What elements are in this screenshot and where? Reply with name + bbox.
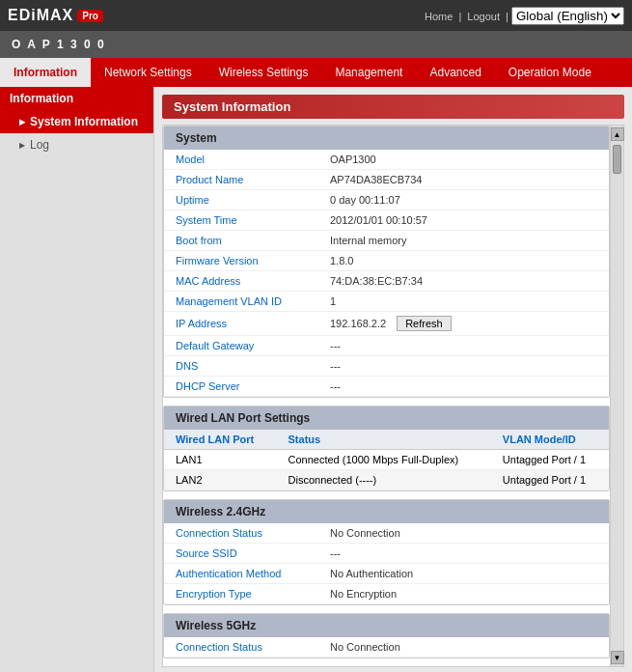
- field-value: Internal memory: [318, 231, 609, 251]
- table-header-row: Wired LAN Port Status VLAN Mode/ID: [164, 430, 609, 450]
- main-layout: Information System Information Log Syste…: [0, 87, 632, 672]
- logout-link[interactable]: Logout: [467, 11, 500, 22]
- scrollable-content: System Model OAP1300 Product Name AP74DA…: [162, 125, 624, 667]
- field-value: No Encryption: [318, 584, 609, 604]
- wired-lan-table: Wired LAN Port Status VLAN Mode/ID LAN1 …: [164, 430, 609, 490]
- wireless-24-section: Wireless 2.4GHz Connection Status No Con…: [163, 499, 610, 605]
- field-value: ---: [318, 356, 609, 377]
- field-label: DNS: [164, 356, 318, 377]
- table-row: Management VLAN ID 1: [164, 292, 609, 312]
- field-value: OAP1300: [318, 150, 609, 170]
- lan-port: LAN2: [164, 470, 277, 490]
- field-label: System Time: [164, 210, 318, 231]
- device-bar: O A P 1 3 0 0: [0, 31, 632, 58]
- scrollbar-thumb[interactable]: [613, 145, 621, 174]
- sidebar-item-system-information[interactable]: System Information: [0, 110, 153, 133]
- table-row: Connection Status No Connection: [164, 523, 609, 544]
- table-row: Authentication Method No Authentication: [164, 564, 609, 584]
- wireless-24-table: Connection Status No Connection Source S…: [164, 523, 609, 604]
- scrollbar[interactable]: ▲ ▼: [610, 126, 623, 666]
- field-value: ---: [318, 377, 609, 397]
- wireless-5-section: Wireless 5GHz Connection Status No Conne…: [163, 613, 610, 658]
- nav-item-wireless-settings[interactable]: Wireless Settings: [206, 58, 322, 87]
- table-row: System Time 2012/01/01 00:10:57: [164, 210, 609, 231]
- field-label: Management VLAN ID: [164, 292, 318, 312]
- field-label: Source SSID: [164, 544, 318, 564]
- nav-item-network-settings[interactable]: Network Settings: [91, 58, 206, 87]
- section-content-wrap: System Model OAP1300 Product Name AP74DA…: [163, 126, 610, 666]
- field-label: Authentication Method: [164, 564, 318, 584]
- col-header-port: Wired LAN Port: [164, 430, 277, 450]
- field-value: 74:DA:38:EC:B7:34: [318, 271, 609, 292]
- system-section-header: System: [164, 126, 609, 150]
- table-row: Uptime 0 day 00:11:07: [164, 190, 609, 210]
- sidebar-section-information[interactable]: Information: [0, 87, 153, 110]
- field-value: ---: [318, 544, 609, 564]
- wireless-5-table: Connection Status No Connection: [164, 637, 609, 658]
- table-row: Default Gateway ---: [164, 336, 609, 356]
- lan-port: LAN1: [164, 450, 277, 470]
- table-row: Model OAP1300: [164, 150, 609, 170]
- nav-item-management[interactable]: Management: [321, 58, 416, 87]
- nav-item-information[interactable]: Information: [0, 58, 91, 87]
- field-label: IP Address: [164, 312, 318, 336]
- content-area: System Information System Model OAP1300: [154, 87, 632, 672]
- table-row: DHCP Server ---: [164, 377, 609, 397]
- sidebar: Information System Information Log: [0, 87, 154, 672]
- scroll-down-button[interactable]: ▼: [611, 651, 624, 664]
- top-bar: EDiMAX Pro Home | Logout | Global (Engli…: [0, 0, 632, 31]
- table-row: DNS ---: [164, 356, 609, 377]
- sidebar-item-log[interactable]: Log: [0, 133, 153, 156]
- field-value-ip: 192.168.2.2 Refresh: [318, 312, 609, 336]
- table-row: Firmware Version 1.8.0: [164, 251, 609, 271]
- refresh-button[interactable]: Refresh: [397, 316, 452, 331]
- scroll-up-button[interactable]: ▲: [611, 127, 624, 141]
- table-row: Product Name AP74DA38ECB734: [164, 170, 609, 190]
- table-row: LAN1 Connected (1000 Mbps Full-Duplex) U…: [164, 450, 609, 470]
- lan-status: Connected (1000 Mbps Full-Duplex): [277, 450, 491, 470]
- table-row: Boot from Internal memory: [164, 231, 609, 251]
- wireless-5-header: Wireless 5GHz: [164, 614, 609, 637]
- field-value: No Connection: [318, 637, 609, 658]
- lan-vlan: Untagged Port / 1: [491, 450, 609, 470]
- logo-text: EDiMAX: [8, 7, 73, 24]
- home-link[interactable]: Home: [425, 11, 453, 22]
- lan-vlan: Untagged Port / 1: [491, 470, 609, 490]
- field-value: ---: [318, 336, 609, 356]
- table-row: LAN2 Disconnected (----) Untagged Port /…: [164, 470, 609, 490]
- field-value: AP74DA38ECB734: [318, 170, 609, 190]
- wired-lan-header: Wired LAN Port Settings: [164, 406, 609, 430]
- col-header-vlan: VLAN Mode/ID: [491, 430, 609, 450]
- field-label: Encryption Type: [164, 584, 318, 604]
- nav-item-operation-mode[interactable]: Operation Mode: [495, 58, 605, 87]
- field-value: 1.8.0: [318, 251, 609, 271]
- field-label: MAC Address: [164, 271, 318, 292]
- logo-pro-badge: Pro: [77, 10, 103, 22]
- page-title: System Information: [162, 95, 624, 119]
- lan-status: Disconnected (----): [277, 470, 491, 490]
- language-select[interactable]: Global (English): [511, 7, 624, 25]
- col-header-status: Status: [277, 430, 491, 450]
- table-row: Source SSID ---: [164, 544, 609, 564]
- field-value: No Connection: [318, 523, 609, 544]
- field-value: No Authentication: [318, 564, 609, 584]
- top-bar-links: Home | Logout | Global (English): [422, 7, 624, 25]
- field-label: Product Name: [164, 170, 318, 190]
- wireless-24-header: Wireless 2.4GHz: [164, 500, 609, 523]
- field-value: 0 day 00:11:07: [318, 190, 609, 210]
- field-label: Connection Status: [164, 637, 318, 658]
- device-name: O A P 1 3 0 0: [12, 38, 106, 51]
- system-info-table: Model OAP1300 Product Name AP74DA38ECB73…: [164, 150, 609, 397]
- field-label: Uptime: [164, 190, 318, 210]
- table-row: Encryption Type No Encryption: [164, 584, 609, 604]
- logo: EDiMAX Pro: [8, 7, 103, 24]
- field-value: 2012/01/01 00:10:57: [318, 210, 609, 231]
- field-label: DHCP Server: [164, 377, 318, 397]
- field-label: Connection Status: [164, 523, 318, 544]
- main-nav: Information Network Settings Wireless Se…: [0, 58, 632, 87]
- field-label: Model: [164, 150, 318, 170]
- table-row: IP Address 192.168.2.2 Refresh: [164, 312, 609, 336]
- nav-item-advanced[interactable]: Advanced: [416, 58, 494, 87]
- wired-lan-section: Wired LAN Port Settings Wired LAN Port S…: [163, 406, 610, 491]
- table-row: Connection Status No Connection: [164, 637, 609, 658]
